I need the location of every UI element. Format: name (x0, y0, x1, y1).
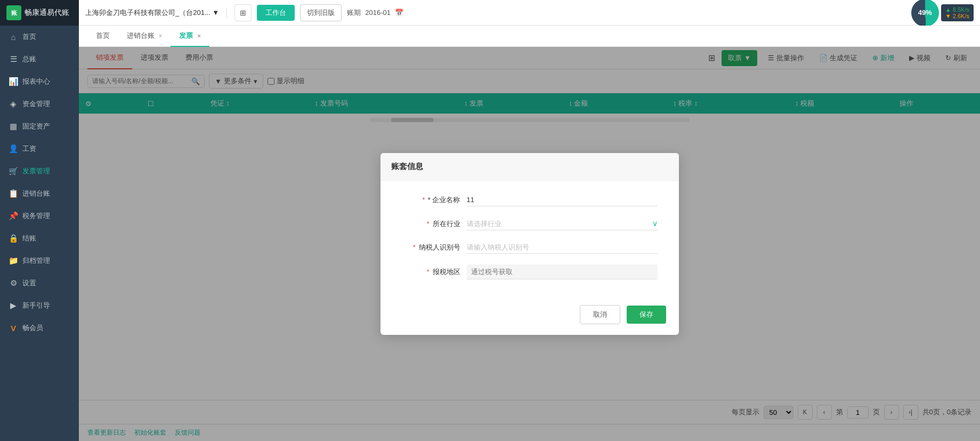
sidebar-item-tax[interactable]: 📌 税务管理 (0, 205, 79, 227)
member-icon: V (9, 324, 18, 333)
form-row-tax-region: * 报税地区 (402, 264, 658, 279)
settings-icon: ⚙ (9, 278, 18, 288)
tab-invoice[interactable]: 发票 × (171, 26, 209, 47)
assets-icon: ▦ (9, 122, 18, 131)
sidebar-item-label: 畅会员 (22, 323, 43, 333)
inner-content: 销项发票 进项发票 费用小票 ⊞ 取票 ▼ ☰ 批量操作 📄 (79, 47, 980, 441)
workbench-button[interactable]: 工作台 (257, 5, 295, 21)
sidebar-item-label: 报表中心 (22, 77, 50, 86)
topbar: 上海卯金刀电子科技有限公司_（台201... ▼ ⊞ 工作台 切到旧版 账期 2… (79, 0, 980, 26)
sidebar-item-archive[interactable]: 📁 归档管理 (0, 250, 79, 272)
tax-id-input[interactable] (467, 241, 658, 254)
sales-icon: 📋 (9, 189, 18, 198)
form-row-tax-id: * 纳税人识别号 (402, 241, 658, 254)
industry-label: * 所在行业 (402, 219, 460, 229)
sidebar-item-assets[interactable]: ▦ 固定资产 (0, 115, 79, 138)
chevron-down-icon: ∨ (652, 219, 658, 228)
sidebar-item-funds[interactable]: ◈ 资金管理 (0, 93, 79, 115)
switch-old-version-button[interactable]: 切到旧版 (300, 4, 342, 21)
topbar-separator (226, 7, 227, 18)
main-area: 上海卯金刀电子科技有限公司_（台201... ▼ ⊞ 工作台 切到旧版 账期 2… (79, 0, 980, 441)
sidebar-item-label: 税务管理 (22, 211, 50, 221)
speed-up: ▲ 8.5K/s (945, 6, 969, 13)
sidebar-item-label: 固定资产 (22, 122, 50, 131)
sidebar-item-settings[interactable]: ⚙ 设置 (0, 272, 79, 294)
logo-icon: 账 (6, 5, 21, 20)
calendar-icon[interactable]: 📅 (395, 9, 403, 17)
sidebar: 账 畅康通易代账 ⌂ 首页 ☰ 总账 📊 报表中心 ◈ 资金管理 ▦ 固定资产 … (0, 0, 79, 441)
tax-id-label: * 纳税人识别号 (402, 243, 460, 252)
sidebar-item-payroll[interactable]: 👤 工资 (0, 138, 79, 160)
sidebar-item-label: 总账 (22, 54, 36, 64)
form-row-company-name: * * 企业名称 (402, 194, 658, 206)
sidebar-item-sales[interactable]: 📋 进销台账 (0, 182, 79, 205)
modal-overlay: 账套信息 * * 企业名称 * 所在行 (79, 47, 980, 441)
period-label: 账期 (347, 8, 361, 18)
period-display: 账期 2016-01 📅 (347, 8, 403, 18)
tax-region-input (467, 264, 658, 279)
tax-icon: 📌 (9, 211, 18, 221)
app-logo: 账 畅康通易代账 (0, 0, 79, 26)
speed-circle: 49% (911, 0, 939, 27)
period-value: 2016-01 (365, 9, 391, 17)
sidebar-item-label: 结账 (22, 234, 36, 243)
company-name-input[interactable] (467, 194, 658, 206)
close-account-icon: 🔒 (9, 234, 18, 243)
modal-footer: 取消 保存 (380, 299, 679, 335)
sidebar-item-label: 工资 (22, 144, 36, 154)
close-tab-sales[interactable]: × (159, 33, 162, 39)
sidebar-item-guide[interactable]: ▶ 新手引导 (0, 294, 79, 317)
sidebar-item-label: 首页 (22, 32, 36, 42)
speed-percent: 49% (918, 9, 932, 17)
payroll-icon: 👤 (9, 144, 18, 154)
sidebar-item-label: 资金管理 (22, 99, 50, 109)
sidebar-item-label: 新手引导 (22, 301, 50, 310)
close-tab-invoice[interactable]: × (197, 33, 200, 39)
modal-header: 账套信息 (380, 153, 679, 181)
tab-home[interactable]: 首页 (87, 26, 118, 47)
speed-widget: 49% ▲ 8.5K/s ▼ 2.6K/s (911, 0, 974, 27)
speed-info: ▲ 8.5K/s ▼ 2.6K/s (941, 4, 974, 21)
tab-sales-ledger[interactable]: 进销台账 × (118, 26, 171, 47)
print-icon: ⊞ (240, 9, 246, 17)
industry-select-wrapper: 请选择行业 ∨ (467, 217, 658, 230)
app-name: 畅康通易代账 (25, 8, 69, 18)
guide-icon: ▶ (9, 301, 18, 310)
funds-icon: ◈ (9, 99, 18, 109)
invoice-icon: 🛒 (9, 166, 18, 176)
sidebar-item-close[interactable]: 🔒 结账 (0, 227, 79, 250)
company-name: 上海卯金刀电子科技有限公司_（台201... ▼ (85, 8, 219, 18)
home-icon: ⌂ (9, 33, 18, 42)
sidebar-item-member[interactable]: V 畅会员 (0, 317, 79, 339)
company-name-label: * * 企业名称 (402, 195, 460, 205)
speed-down: ▼ 2.6K/s (945, 13, 969, 19)
nav-tabs-bar: 首页 进销台账 × 发票 × (79, 26, 980, 47)
save-button[interactable]: 保存 (627, 306, 666, 324)
sidebar-item-reports[interactable]: 📊 报表中心 (0, 70, 79, 93)
sidebar-item-label: 归档管理 (22, 256, 50, 266)
account-info-modal: 账套信息 * * 企业名称 * 所在行 (380, 153, 679, 335)
topbar-print-icon[interactable]: ⊞ (234, 4, 252, 21)
sidebar-item-invoice[interactable]: 🛒 发票管理 (0, 160, 79, 182)
modal-title: 账套信息 (391, 162, 423, 171)
reports-icon: 📊 (9, 77, 18, 86)
ledger-icon: ☰ (9, 54, 18, 64)
company-selector[interactable]: 上海卯金刀电子科技有限公司_（台201... ▼ (85, 8, 219, 18)
tax-region-label: * 报税地区 (402, 267, 460, 277)
archive-icon: 📁 (9, 256, 18, 266)
sidebar-item-label: 进销台账 (22, 189, 50, 198)
modal-body: * * 企业名称 * 所在行业 请选择行业 (380, 181, 679, 299)
sidebar-item-ledger[interactable]: ☰ 总账 (0, 48, 79, 70)
industry-select[interactable]: 请选择行业 (467, 220, 652, 228)
sidebar-item-label: 发票管理 (22, 166, 50, 176)
sidebar-item-label: 设置 (22, 278, 36, 288)
form-row-industry: * 所在行业 请选择行业 ∨ (402, 217, 658, 230)
sidebar-item-home[interactable]: ⌂ 首页 (0, 26, 79, 48)
topbar-right: 49% ▲ 8.5K/s ▼ 2.6K/s (911, 0, 974, 27)
cancel-button[interactable]: 取消 (580, 305, 620, 324)
